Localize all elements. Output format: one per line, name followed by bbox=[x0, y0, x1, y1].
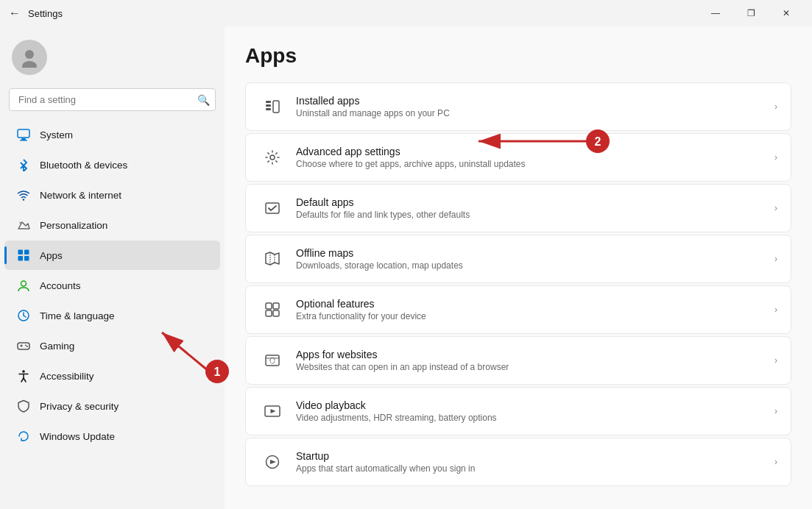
svg-rect-10 bbox=[24, 256, 29, 261]
svg-rect-20 bbox=[273, 101, 279, 113]
svg-point-15 bbox=[27, 346, 28, 347]
nav-label-apps: Apps bbox=[40, 250, 63, 261]
offline-maps-desc: Downloads, storage location, map updates bbox=[296, 260, 767, 271]
search-box: 🔍 bbox=[9, 88, 216, 111]
nav-item-update[interactable]: Windows Update bbox=[4, 421, 220, 451]
optional-features-icon bbox=[259, 296, 286, 323]
installed-apps-chevron: › bbox=[774, 102, 777, 112]
nav-label-accessibility: Accessibility bbox=[40, 371, 94, 382]
apps-websites-title: Apps for websites bbox=[296, 349, 767, 360]
svg-rect-4 bbox=[20, 140, 27, 141]
nav-item-accessibility[interactable]: Accessibility bbox=[4, 361, 220, 391]
svg-rect-30 bbox=[266, 355, 279, 366]
svg-rect-3 bbox=[21, 138, 26, 140]
svg-rect-17 bbox=[266, 101, 271, 103]
optional-features-title: Optional features bbox=[296, 298, 767, 310]
svg-point-14 bbox=[25, 345, 27, 346]
offline-maps-chevron: › bbox=[774, 254, 777, 264]
svg-point-0 bbox=[25, 50, 34, 59]
accounts-icon bbox=[16, 278, 31, 293]
title-bar-left: ← Settings bbox=[9, 7, 63, 20]
nav-label-gaming: Gaming bbox=[40, 341, 74, 352]
nav-label-bluetooth: Bluetooth & devices bbox=[40, 160, 127, 171]
avatar bbox=[12, 40, 47, 75]
installed-apps-title: Installed apps bbox=[296, 95, 767, 107]
video-playback-text: Video playback Video adjustments, HDR st… bbox=[296, 399, 767, 423]
settings-item-video-playback[interactable]: Video playback Video adjustments, HDR st… bbox=[245, 387, 791, 435]
title-bar: ← Settings — ❐ ✕ bbox=[0, 0, 812, 26]
settings-item-offline-maps[interactable]: Offline maps Downloads, storage location… bbox=[245, 235, 791, 283]
video-playback-desc: Video adjustments, HDR streaming, batter… bbox=[296, 413, 767, 423]
search-input[interactable] bbox=[9, 88, 216, 111]
installed-apps-text: Installed apps Uninstall and manage apps… bbox=[296, 95, 767, 118]
nav-label-update: Windows Update bbox=[40, 431, 115, 442]
default-apps-chevron: › bbox=[774, 203, 777, 213]
default-apps-icon bbox=[259, 195, 286, 221]
installed-apps-icon bbox=[259, 93, 286, 120]
close-button[interactable]: ✕ bbox=[769, 1, 803, 25]
default-apps-desc: Defaults for file and link types, other … bbox=[296, 210, 767, 220]
nav-label-privacy: Privacy & security bbox=[40, 401, 119, 412]
personalization-icon bbox=[16, 218, 31, 232]
svg-rect-26 bbox=[266, 303, 272, 309]
maximize-button[interactable]: ❐ bbox=[734, 1, 768, 25]
advanced-app-chevron: › bbox=[774, 152, 777, 163]
nav-item-accounts[interactable]: Accounts bbox=[4, 271, 220, 300]
svg-point-11 bbox=[21, 281, 27, 286]
content-area: Apps Installed apps Uninstall and manage… bbox=[225, 26, 812, 509]
minimize-button[interactable]: — bbox=[699, 1, 732, 25]
back-button[interactable]: ← bbox=[9, 7, 21, 20]
apps-websites-desc: Websites that can open in an app instead… bbox=[296, 362, 767, 372]
main-layout: 🔍 System Bluetooth & devices Network & i… bbox=[0, 26, 812, 509]
svg-rect-28 bbox=[266, 310, 272, 316]
settings-item-apps-websites[interactable]: Apps for websites Websites that can open… bbox=[245, 336, 791, 385]
optional-features-text: Optional features Extra functionality fo… bbox=[296, 298, 767, 321]
svg-rect-2 bbox=[18, 129, 29, 138]
title-bar-controls: — ❐ ✕ bbox=[699, 1, 803, 25]
svg-point-1 bbox=[22, 61, 37, 68]
default-apps-title: Default apps bbox=[296, 196, 767, 208]
nav-item-time[interactable]: Time & language bbox=[4, 301, 220, 330]
nav-label-accounts: Accounts bbox=[40, 280, 81, 291]
nav-label-network: Network & internet bbox=[40, 190, 121, 201]
settings-item-advanced-app[interactable]: Advanced app settings Choose where to ge… bbox=[245, 133, 791, 182]
nav-item-apps[interactable]: Apps bbox=[4, 241, 220, 270]
startup-chevron: › bbox=[774, 457, 777, 467]
svg-rect-27 bbox=[273, 303, 279, 309]
settings-item-installed-apps[interactable]: Installed apps Uninstall and manage apps… bbox=[245, 82, 791, 131]
settings-list: Installed apps Uninstall and manage apps… bbox=[245, 82, 791, 486]
time-icon bbox=[16, 308, 31, 323]
svg-rect-8 bbox=[24, 250, 29, 255]
settings-item-default-apps[interactable]: Default apps Defaults for file and link … bbox=[245, 184, 791, 232]
optional-features-desc: Extra functionality for your device bbox=[296, 311, 767, 321]
system-icon bbox=[16, 127, 31, 142]
advanced-app-title: Advanced app settings bbox=[296, 146, 767, 157]
nav-item-bluetooth[interactable]: Bluetooth & devices bbox=[4, 150, 220, 179]
default-apps-text: Default apps Defaults for file and link … bbox=[296, 196, 767, 220]
nav-item-system[interactable]: System bbox=[4, 120, 220, 149]
nav-item-network[interactable]: Network & internet bbox=[4, 180, 220, 210]
settings-item-optional-features[interactable]: Optional features Extra functionality fo… bbox=[245, 285, 791, 334]
nav-item-gaming[interactable]: Gaming bbox=[4, 331, 220, 360]
settings-item-startup[interactable]: Startup Apps that start automatically wh… bbox=[245, 438, 791, 486]
svg-marker-35 bbox=[270, 460, 276, 464]
svg-rect-29 bbox=[273, 310, 279, 316]
svg-rect-22 bbox=[266, 203, 279, 213]
accessibility-icon bbox=[16, 369, 31, 383]
advanced-app-desc: Choose where to get apps, archive apps, … bbox=[296, 159, 767, 169]
svg-rect-18 bbox=[266, 104, 271, 107]
gaming-icon bbox=[16, 338, 31, 353]
nav-label-time: Time & language bbox=[40, 310, 115, 321]
svg-point-5 bbox=[23, 199, 24, 200]
nav-item-personalization[interactable]: Personalization bbox=[4, 210, 220, 240]
apps-websites-icon bbox=[259, 347, 286, 374]
offline-maps-icon bbox=[259, 246, 286, 272]
svg-point-16 bbox=[22, 370, 25, 373]
nav-item-privacy[interactable]: Privacy & security bbox=[4, 391, 220, 421]
search-icon[interactable]: 🔍 bbox=[197, 94, 210, 106]
svg-point-6 bbox=[20, 222, 22, 224]
network-icon bbox=[16, 188, 31, 202]
svg-rect-9 bbox=[18, 256, 24, 261]
apps-icon bbox=[16, 248, 31, 263]
offline-maps-text: Offline maps Downloads, storage location… bbox=[296, 247, 767, 271]
